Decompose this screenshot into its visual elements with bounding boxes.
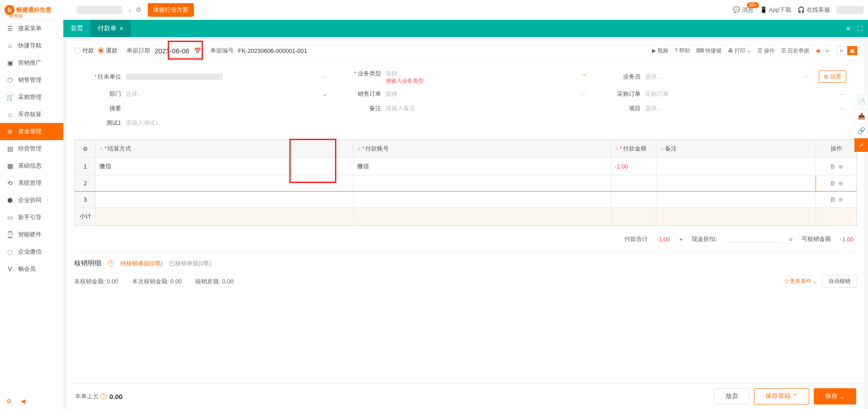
- sidebar-item-purchase[interactable]: 🛒采购管理: [0, 89, 63, 106]
- purchase-order-input[interactable]: [645, 89, 840, 99]
- settings-button[interactable]: ⚙ 设置: [819, 71, 846, 83]
- support-link[interactable]: 🎧 在线客服: [797, 6, 830, 14]
- system-icon: ⟲: [6, 179, 14, 187]
- cell-remark[interactable]: [656, 192, 816, 208]
- help-link[interactable]: ? 帮助: [675, 47, 690, 55]
- video-link[interactable]: ▶ 视频: [652, 47, 668, 55]
- user-avatar-blurred[interactable]: [836, 6, 863, 14]
- th-gear[interactable]: ⚙: [75, 140, 96, 158]
- shortcut-link[interactable]: ⌨ 快捷键: [696, 47, 722, 55]
- help-icon[interactable]: ?: [100, 393, 107, 400]
- cell-account[interactable]: [353, 175, 611, 192]
- cell-remark[interactable]: [656, 175, 816, 192]
- sidebar-item-hardware[interactable]: ⌚智能硬件: [0, 226, 63, 243]
- close-icon[interactable]: ✕: [119, 26, 123, 32]
- org-selector[interactable]: ⌄ ⚙: [77, 6, 142, 14]
- tab-pending[interactable]: 待核销单据(0笔): [120, 259, 163, 268]
- tab-close-all-icon[interactable]: ✕: [844, 24, 853, 33]
- tab-home[interactable]: 首页: [63, 20, 90, 37]
- discard-button[interactable]: 放弃: [714, 388, 750, 404]
- fullscreen-icon[interactable]: ⛶: [855, 24, 864, 33]
- pay-total-value: -1.00: [657, 236, 670, 243]
- cell-account[interactable]: [353, 192, 611, 208]
- th-remark[interactable]: ⇅备注: [656, 140, 816, 158]
- radio-refund[interactable]: 退款: [98, 47, 118, 55]
- sidebar-item-member[interactable]: V畅会员: [0, 260, 63, 277]
- auto-verify-button[interactable]: 自动核销: [822, 275, 857, 288]
- print-link[interactable]: 🖶 打印 ⌄: [728, 47, 751, 55]
- save-draft-button[interactable]: 保存草稿 ⌃: [754, 388, 809, 404]
- partner-input[interactable]: [126, 74, 223, 80]
- view-grid-icon[interactable]: ▦: [847, 46, 857, 55]
- sidebar-item-wechat[interactable]: ◌企业微信: [0, 243, 63, 260]
- table-row[interactable]: 1 微信 微信 -1.00 🗑⊕: [75, 158, 857, 175]
- collapse-icon[interactable]: ◀: [21, 398, 25, 404]
- more-icon[interactable]: ⋯: [840, 105, 846, 112]
- remark-input[interactable]: [386, 103, 587, 114]
- table-row[interactable]: 2 🗑⊕: [75, 175, 857, 192]
- dept-input[interactable]: [126, 89, 322, 99]
- try-industry-button[interactable]: 体验行业方案: [148, 3, 194, 17]
- sidebar-item-funds[interactable]: ⊛资金管理: [0, 123, 63, 140]
- sidebar-item-enterprise[interactable]: ⬢企业协同: [0, 192, 63, 209]
- more-icon[interactable]: ⋯: [803, 73, 810, 80]
- test1-input[interactable]: [126, 118, 327, 128]
- cell-amount[interactable]: -1.00: [611, 158, 656, 175]
- view-list-icon[interactable]: ≡: [836, 46, 846, 55]
- operate-link[interactable]: ☰ 操作: [758, 47, 775, 55]
- project-input[interactable]: [645, 103, 840, 114]
- app-download-link[interactable]: 📱 App下载: [760, 6, 791, 14]
- chevron-down-icon[interactable]: ⌄: [582, 71, 586, 77]
- history-link[interactable]: ☰ 历史单据: [781, 47, 809, 55]
- sidebar-item-inventory[interactable]: ⌂库存核算: [0, 106, 63, 123]
- cell-amount[interactable]: [611, 175, 656, 192]
- th-account[interactable]: ⇅*付款账号: [353, 140, 611, 158]
- delete-icon[interactable]: 🗑: [830, 196, 835, 203]
- th-amount[interactable]: ⇅*付款金额: [611, 140, 656, 158]
- cell-account[interactable]: 微信: [353, 158, 611, 175]
- next-icon[interactable]: ▶: [826, 47, 830, 54]
- sidebar-item-business[interactable]: ▤经营管理: [0, 140, 63, 157]
- add-icon[interactable]: ⊕: [838, 163, 843, 170]
- more-conditions-link[interactable]: ▽ 更多条件 ⌄: [784, 277, 817, 285]
- sidebar-item-quicknav[interactable]: ⌂快捷导航: [0, 37, 63, 54]
- chevron-down-icon[interactable]: ⌄: [322, 91, 327, 97]
- sidebar-item-system[interactable]: ⟲系统管理: [0, 174, 63, 192]
- cell-amount[interactable]: [611, 192, 656, 208]
- cell-remark[interactable]: [656, 158, 816, 175]
- tab-done[interactable]: 已核销单据(0笔): [169, 259, 212, 268]
- summary-input[interactable]: [126, 103, 327, 114]
- clerk-input[interactable]: [645, 71, 803, 82]
- more-icon[interactable]: ⋯: [580, 91, 586, 98]
- float-link-icon[interactable]: 🔗: [854, 124, 868, 137]
- help-icon[interactable]: ?: [108, 260, 114, 267]
- radio-payment[interactable]: 付款: [74, 47, 94, 55]
- add-icon[interactable]: ⊕: [838, 180, 843, 187]
- add-icon[interactable]: ⊕: [838, 196, 843, 203]
- sidebar-item-basic[interactable]: ▦基础信息: [0, 157, 63, 174]
- watch-icon: ⌚: [6, 231, 14, 238]
- float-note-icon[interactable]: 📄: [854, 95, 868, 108]
- delete-icon[interactable]: 🗑: [830, 163, 835, 170]
- sidebar-item-sales[interactable]: ⬡销售管理: [0, 71, 63, 89]
- summary-bar: 付款合计 -1.00 + 现金折扣: = 可核销金额 -1.00: [67, 230, 864, 249]
- prev-icon[interactable]: ◀: [816, 47, 820, 54]
- save-button[interactable]: 保存 ⌄: [814, 388, 856, 404]
- messages-link[interactable]: 💬 消息 99+: [733, 6, 754, 14]
- more-icon[interactable]: ⋯: [840, 91, 846, 98]
- discount-input[interactable]: [726, 235, 780, 243]
- sidebar-item-search[interactable]: ☰搜索菜单: [0, 20, 63, 37]
- more-icon[interactable]: ⋯: [321, 73, 327, 80]
- cell-settle[interactable]: [96, 192, 354, 208]
- sidebar-item-guide[interactable]: ▭新手引导: [0, 209, 63, 226]
- delete-icon[interactable]: 🗑: [830, 180, 835, 187]
- logo: b 畅捷通好生意 标准版: [5, 5, 68, 15]
- settings-icon[interactable]: ⚙: [6, 398, 12, 404]
- table-row[interactable]: 3 🗑⊕: [75, 192, 857, 208]
- float-inbox-icon[interactable]: 📥: [854, 109, 868, 123]
- sidebar-item-marketing[interactable]: ▣营销推广: [0, 54, 63, 71]
- tab-payment[interactable]: 付款单 ✕: [90, 20, 131, 37]
- sale-order-input[interactable]: [386, 89, 580, 99]
- gear-icon[interactable]: ⚙: [136, 6, 142, 14]
- float-expand-icon[interactable]: ⤢: [854, 138, 868, 152]
